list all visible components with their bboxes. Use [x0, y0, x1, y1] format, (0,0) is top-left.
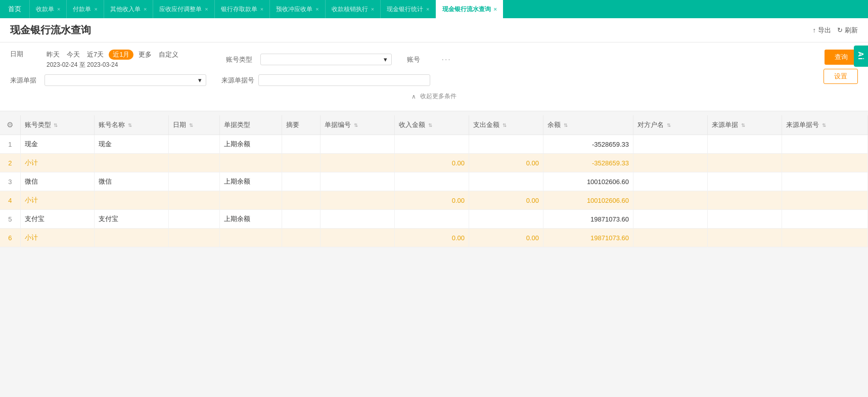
row-source-doc-no: [782, 229, 867, 247]
nav-tab-fukuandan[interactable]: 付款单 ×: [66, 0, 103, 18]
row-no: 3: [0, 172, 20, 191]
row-date: [169, 210, 220, 229]
column-source-doc[interactable]: 来源单据 ⇅: [707, 115, 782, 135]
sort-icon: ⇅: [667, 122, 671, 128]
nav-tab-yinghang-cunqu[interactable]: 银行存取款单 ×: [214, 0, 269, 18]
column-source-doc-no[interactable]: 来源单据号 ⇅: [782, 115, 867, 135]
column-gear[interactable]: ⚙: [0, 115, 20, 135]
query-button[interactable]: 查询: [825, 50, 858, 65]
table-row: 1 现金 现金 上期余额 -3528659.33: [0, 135, 868, 154]
row-no: 1: [0, 135, 20, 154]
row-expense: [469, 172, 543, 191]
row-income: [395, 135, 469, 154]
close-icon[interactable]: ×: [315, 6, 318, 12]
close-icon[interactable]: ×: [494, 6, 497, 12]
close-icon[interactable]: ×: [94, 6, 97, 12]
row-doc-type: 上期余额: [220, 135, 282, 154]
row-date: [169, 229, 220, 247]
row-source-doc-no: [782, 172, 867, 191]
column-counterpart[interactable]: 对方户名 ⇅: [633, 115, 708, 135]
setting-button[interactable]: 设置: [824, 69, 858, 84]
column-date[interactable]: 日期 ⇅: [169, 115, 220, 135]
gear-icon[interactable]: ⚙: [7, 120, 13, 129]
nav-tab-qitashouru[interactable]: 其他收入单 ×: [104, 0, 153, 18]
nav-tab-xianjin-tongji[interactable]: 现金银行统计 ×: [380, 0, 435, 18]
more-options-icon[interactable]: ···: [441, 55, 451, 64]
row-source-doc-no: [782, 210, 867, 229]
date-opt-more[interactable]: 更多: [136, 50, 154, 60]
row-balance: 19871073.60: [543, 210, 633, 229]
row-account-name: [95, 154, 169, 172]
row-source-doc-no: [782, 154, 867, 172]
row-expense: 0.00: [469, 191, 543, 210]
date-opt-today[interactable]: 今天: [65, 50, 82, 60]
date-opt-custom[interactable]: 自定义: [157, 50, 180, 60]
header-actions: ↑ 导出 ↻ 刷新: [813, 26, 858, 35]
nav-tab-yushou-chong[interactable]: 预收冲应收单 ×: [269, 0, 325, 18]
source-doc-no-input[interactable]: [258, 74, 430, 86]
close-icon[interactable]: ×: [426, 6, 429, 12]
ai-assistant-badge[interactable]: Ai: [854, 46, 868, 67]
column-income[interactable]: 收入金额 ⇅: [395, 115, 469, 135]
close-icon[interactable]: ×: [57, 6, 60, 12]
column-summary[interactable]: 摘要: [282, 115, 320, 135]
row-doc-type: [220, 154, 282, 172]
account-type-select[interactable]: ▾: [260, 54, 392, 65]
table-row: 4 小计 0.00 0.00 100102606.60: [0, 191, 868, 210]
refresh-button[interactable]: ↻ 刷新: [837, 26, 858, 35]
row-counterpart: [633, 210, 708, 229]
column-doc-type[interactable]: 单据类型: [220, 115, 282, 135]
close-icon[interactable]: ×: [371, 6, 374, 12]
column-account-name[interactable]: 账号名称 ⇅: [95, 115, 169, 135]
date-opt-7days[interactable]: 近7天: [85, 50, 106, 60]
row-source-doc: [707, 135, 782, 154]
row-summary: [282, 210, 320, 229]
row-account-name: 现金: [95, 135, 169, 154]
table-row: 2 小计 0.00 0.00 -3528659.33: [0, 154, 868, 172]
date-options: 昨天 今天 近7天 近1月 更多 自定义: [44, 50, 180, 60]
nav-home[interactable]: 首页: [0, 0, 29, 18]
row-expense: 0.00: [469, 154, 543, 172]
row-doc-type: [220, 191, 282, 210]
export-button[interactable]: ↑ 导出: [813, 26, 832, 35]
row-date: [169, 172, 220, 191]
column-doc-no[interactable]: 单据编号 ⇅: [321, 115, 395, 135]
date-filter-label: 日期: [10, 50, 40, 59]
row-doc-type: [220, 229, 282, 247]
row-account-type: 小计: [20, 191, 95, 210]
column-expense[interactable]: 支出金额 ⇅: [469, 115, 543, 135]
row-account-type: 现金: [20, 135, 95, 154]
source-doc-no-label: 来源单据号: [221, 76, 254, 85]
account-type-label: 账号类型: [226, 55, 256, 64]
nav-tab-xianjin-liushui[interactable]: 现金银行流水查询 ×: [436, 0, 503, 18]
page-title: 现金银行流水查询: [10, 23, 91, 37]
refresh-icon: ↻: [837, 26, 843, 34]
column-balance[interactable]: 余额 ⇅: [543, 115, 633, 135]
row-date: [169, 135, 220, 154]
close-icon[interactable]: ×: [144, 6, 147, 12]
date-range-display: 2023-02-24 至 2023-03-24: [47, 61, 180, 69]
table-area: ⚙ 账号类型 ⇅ 账号名称 ⇅ 日期 ⇅ 单据类型 摘要: [0, 115, 868, 247]
row-expense: [469, 210, 543, 229]
row-no: 5: [0, 210, 20, 229]
row-expense: 0.00: [469, 229, 543, 247]
row-date: [169, 191, 220, 210]
row-doc-no: [321, 210, 395, 229]
column-account-type[interactable]: 账号类型 ⇅: [20, 115, 95, 135]
sort-icon: ⇅: [502, 122, 507, 128]
close-icon[interactable]: ×: [205, 6, 208, 12]
collapse-bar[interactable]: ∧ 收起更多条件: [10, 89, 858, 104]
nav-tab-yingshouyingfu[interactable]: 应收应付调整单 ×: [153, 0, 214, 18]
row-income: 0.00: [395, 191, 469, 210]
nav-tab-shoukuan-hexiao[interactable]: 收款核销执行 ×: [325, 0, 380, 18]
row-income: [395, 172, 469, 191]
close-icon[interactable]: ×: [260, 6, 263, 12]
source-doc-select[interactable]: ▾: [44, 74, 206, 86]
date-opt-1month[interactable]: 近1月: [109, 50, 133, 60]
date-opt-yesterday[interactable]: 昨天: [44, 50, 62, 60]
row-summary: [282, 191, 320, 210]
row-doc-no: [321, 229, 395, 247]
export-icon: ↑: [813, 26, 816, 34]
nav-tab-shoukuandan[interactable]: 收款单 ×: [29, 0, 66, 18]
row-account-type: 支付宝: [20, 210, 95, 229]
